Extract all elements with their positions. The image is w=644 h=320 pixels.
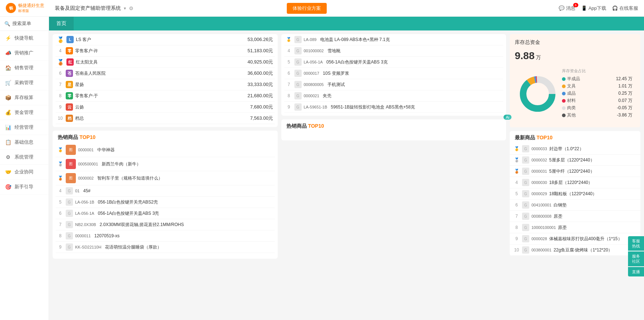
customer-badge: 零 [66, 47, 73, 54]
product-name: 原垄 [554, 213, 637, 220]
customer-badge: 零 [66, 92, 73, 99]
rank-number: 4 [286, 48, 292, 53]
list-item: 8 G 0000021 夹壳 [284, 90, 504, 102]
sidebar-item-operations[interactable]: 📊 经营管理 [0, 120, 49, 135]
rank-number: 4 [57, 188, 64, 193]
product-image: 图 [66, 145, 76, 155]
customer-service-hotline-button[interactable]: 客服热线 [628, 236, 644, 251]
product-image-placeholder: G [294, 81, 302, 88]
logo-area: 畅 畅捷通好生意 标准版 [6, 3, 55, 13]
message-button[interactable]: 💬 消息 6 [559, 5, 575, 12]
rank-number: 🥇 [513, 146, 520, 151]
sales-amount: 7,680.00元 [250, 104, 273, 110]
rank-number: 8 [57, 233, 64, 238]
product-code: LA-59651-1B [304, 105, 327, 109]
sidebar-search[interactable]: 🔍 搜索菜单 [0, 17, 49, 31]
list-item: 🥉 G 0000031 5厘中纤（1220*2440） [510, 166, 640, 177]
product-image-placeholder: G [294, 70, 302, 77]
product-name: 电池盖 LA-089 ABS本色+黑种 7.1克 [320, 37, 502, 43]
online-service-button[interactable]: 🎧 在线客服 [612, 5, 638, 12]
product-image-placeholder: G [522, 201, 529, 209]
product-code: 0000029 [531, 192, 547, 196]
product-name: 花语萌恒温分腿睡袋（厚款） [105, 244, 273, 250]
product-image: 图 [66, 173, 76, 183]
sidebar-item-purchase[interactable]: 🛒 采购管理 [0, 75, 49, 90]
sidebar-item-inventory[interactable]: 📦 库存核算 [0, 90, 49, 105]
headset-icon: 🎧 [612, 5, 618, 11]
middle-panel: 🥇 G LA-089 电池盖 LA-089 ABS本色+黑种 7.1克 4 G … [281, 34, 506, 259]
list-item: 4 G 01 45# [56, 185, 275, 197]
product-image-placeholder: G [522, 168, 529, 175]
donut-section: 库存资金占比 半成品 12.45 万 文具 1.01 万 [515, 65, 635, 122]
product-name: 雪地靴 [327, 48, 502, 54]
customer-name: LS 客户 [76, 37, 245, 43]
customer-name: 档总 [75, 115, 248, 122]
rank-number: 7 [57, 82, 64, 87]
sidebar-item-finance[interactable]: 💰 资金管理 [0, 105, 49, 120]
lightning-icon: ⚡ [4, 34, 12, 42]
customer-badge: 苍 [66, 70, 73, 77]
finance-icon: 💰 [4, 109, 12, 116]
rank-number: 🥈 [513, 157, 520, 163]
legend-name: 材料 [567, 98, 617, 104]
product-name: 59651-1B旋转投影灯电池盒 ABS黑色+58克 [331, 104, 502, 110]
nav-tab-bar: 首页 [49, 17, 644, 30]
product-code: LA-089 [304, 37, 317, 42]
sidebar-item-basic-info[interactable]: 📋 基础信息 [0, 135, 49, 150]
product-name: 056-1A白色按键开关盖ABS 3克 [326, 59, 502, 65]
top10-label: TOP10 [80, 134, 95, 140]
live-stream-button[interactable]: 直播 [628, 267, 644, 276]
rank-number: 8 [57, 93, 64, 98]
content-grid: 🥇 L LS 客户 53,006.26元 4 零 零售客户·许 51,183.0… [49, 30, 644, 262]
list-item: 🥉 图 0000002 智利车子里（规格不知道填什么） [56, 171, 275, 185]
purchase-icon: 🛒 [4, 79, 12, 86]
chevron-down-icon[interactable]: ▾ [124, 6, 126, 11]
sidebar-item-system[interactable]: ⚙ 系统管理 [0, 150, 49, 165]
float-service: 客服热线 服务社区 直播 [628, 236, 644, 276]
legend-dot [562, 106, 566, 110]
collab-icon: 🤝 [4, 168, 12, 176]
legend-value: 12.45 万 [616, 76, 632, 82]
customer-name: 红太阳文具 [76, 59, 245, 65]
product-code: 0000032 [531, 158, 547, 162]
ai-badge[interactable]: Ai [504, 115, 511, 120]
tab-home[interactable]: 首页 [49, 17, 74, 30]
product-name: 18颗粒板（1220*2440） [549, 191, 637, 197]
product-image-placeholder: G [294, 47, 302, 54]
product-code: LA-056-1A [75, 211, 94, 216]
product-image-placeholder: G [66, 187, 73, 194]
legend-dot [562, 99, 566, 103]
marketing-icon: 📣 [4, 49, 12, 57]
sidebar-item-marketing[interactable]: 📣 营销推广 [0, 46, 49, 61]
sales-amount: 53,006.26元 [248, 36, 273, 43]
hot-products-label: 热销商品 [58, 134, 80, 140]
rank-number: 4 [513, 180, 520, 185]
sidebar-item-sales[interactable]: 🏠 销售管理 [0, 61, 49, 75]
sidebar-label-basic-info: 基础信息 [15, 139, 33, 145]
app-download-button[interactable]: 📱 App下载 [581, 5, 606, 12]
rank-number: 9 [57, 245, 64, 250]
product-name: 手机测试 [327, 82, 502, 88]
trial-button[interactable]: 体验行业方案 [287, 3, 327, 14]
sidebar-item-guide[interactable]: 🎯 新手引导 [0, 180, 49, 194]
sidebar-item-collab[interactable]: 🤝 企业协同 [0, 165, 49, 180]
rank-number: 🥈 [57, 161, 64, 167]
system-name[interactable]: 装备及固定资产辅助管理系统 [55, 5, 121, 12]
layout: 🔍 搜索菜单 ⚡ 快捷导航 📣 营销推广 🏠 销售管理 🛒 采购管理 📦 库存核… [0, 0, 644, 320]
rank-number: 10 [57, 116, 64, 121]
service-community-button[interactable]: 服务社区 [628, 251, 644, 266]
legend-name: 其他 [567, 112, 615, 118]
legend-dot [562, 77, 566, 81]
legend-item: 肉类 -0.05 万 [562, 105, 632, 111]
top10-label2: TOP10 [308, 123, 324, 129]
inventory-card: 库存总资金 9.88 万 [510, 34, 640, 127]
sales-amount: 40,925.00元 [248, 59, 273, 65]
legend-dot [562, 85, 566, 88]
product-name: 5厘中纤（1220*2440） [549, 168, 637, 175]
customer-name: 零售客户·于 [75, 93, 245, 99]
hot-products-rank-list: 🥇 G LA-089 电池盖 LA-089 ABS本色+黑种 7.1克 4 G … [281, 34, 506, 116]
product-code: LA-056-1A [304, 60, 323, 64]
gear-icon[interactable]: ⚙ [129, 5, 134, 11]
sidebar-item-quick[interactable]: ⚡ 快捷导航 [0, 31, 49, 46]
hot-products-title2: 热销商品 TOP10 [281, 119, 506, 132]
